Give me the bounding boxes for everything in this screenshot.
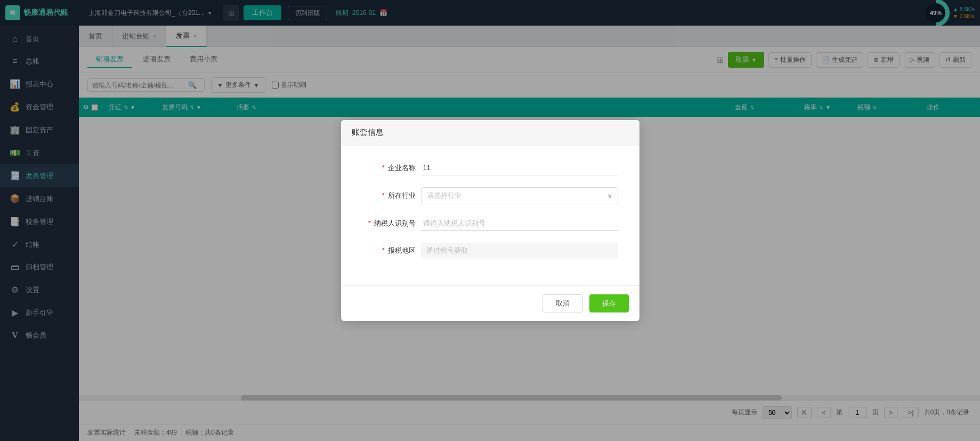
industry-placeholder: 请选择行业 [427,191,461,201]
taxregion-readonly: 通过税号获取 [421,243,618,259]
dialog-overlay: 账套信息 * 企业名称 * 所在行业 请选择行业 ∨ [0,0,980,441]
form-row-industry: * 所在行业 请选择行业 ∨ [362,187,618,204]
taxregion-label: * 报税地区 [362,246,421,255]
dialog-title: 账套信息 [352,127,384,137]
industry-select[interactable]: 请选择行业 ∨ [421,187,618,204]
dialog-footer: 取消 保存 [341,285,639,321]
industry-label: * 所在行业 [362,191,421,201]
account-dialog: 账套信息 * 企业名称 * 所在行业 请选择行业 ∨ [341,120,639,321]
save-button[interactable]: 保存 [589,294,629,312]
form-row-taxid: * 纳税人识别号 [362,216,618,231]
cancel-button[interactable]: 取消 [542,294,583,312]
form-row-company: * 企业名称 [362,161,618,175]
dialog-body: * 企业名称 * 所在行业 请选择行业 ∨ * [341,146,639,285]
dialog-header: 账套信息 [341,120,639,146]
company-name-label: * 企业名称 [362,163,421,173]
taxregion-placeholder: 通过税号获取 [426,246,468,254]
taxid-input[interactable] [421,216,618,231]
industry-dropdown-icon: ∨ [608,192,612,199]
taxid-label: * 纳税人识别号 [362,219,421,228]
form-row-taxregion: * 报税地区 通过税号获取 [362,243,618,259]
company-name-input[interactable] [421,161,618,175]
